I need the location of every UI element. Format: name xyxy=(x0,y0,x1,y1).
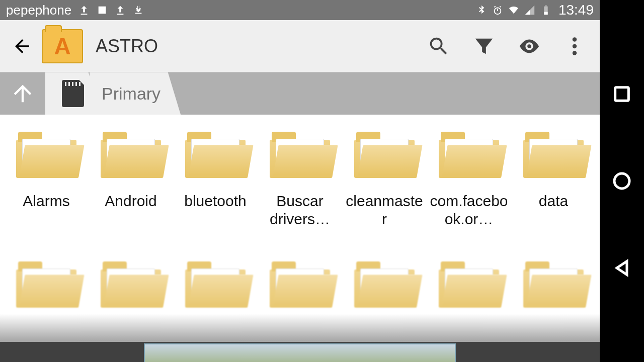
folder-item[interactable] xyxy=(173,253,258,314)
folder-item[interactable] xyxy=(427,253,511,314)
folder-grid-wrap[interactable]: Alarms Android bluetooth Buscar drivers…… xyxy=(0,115,600,342)
nav-back-button[interactable] xyxy=(610,256,634,280)
search-button[interactable] xyxy=(426,33,452,59)
more-button[interactable] xyxy=(561,33,588,59)
svg-rect-3 xyxy=(615,87,629,101)
breadcrumb-label: Primary xyxy=(102,84,160,104)
app-logo: A xyxy=(40,24,85,68)
folder-grid-row-2 xyxy=(0,244,600,314)
upload-icon-2 xyxy=(115,5,126,16)
up-button[interactable] xyxy=(0,72,45,115)
folder-label: cleanmaster xyxy=(344,192,425,228)
clock-label: 13:49 xyxy=(558,2,594,18)
folder-grid-row-1: Alarms Android bluetooth Buscar drivers…… xyxy=(0,115,600,244)
app-title: ASTRO xyxy=(96,36,158,57)
folder-item[interactable]: data xyxy=(511,124,596,244)
folder-item[interactable] xyxy=(89,253,173,314)
folder-label: bluetooth xyxy=(184,192,246,210)
nav-home-button[interactable] xyxy=(610,169,634,193)
back-button[interactable] xyxy=(8,32,36,60)
app-actions xyxy=(426,33,592,59)
svg-point-0 xyxy=(573,37,577,41)
folder-label: com.facebook.or… xyxy=(429,192,509,228)
folder-icon xyxy=(523,128,584,178)
folder-icon xyxy=(439,128,499,178)
upload-icon xyxy=(78,5,90,16)
folder-icon xyxy=(270,128,330,178)
battery-icon xyxy=(540,5,551,16)
system-nav-bar xyxy=(600,0,644,362)
status-left: pepephone xyxy=(6,3,144,18)
app-screen: pepephone 13:49 A ASTRO xyxy=(0,0,600,362)
carrier-label: pepephone xyxy=(6,3,71,18)
folder-label: Alarms xyxy=(23,192,69,210)
alarm-icon xyxy=(492,5,503,16)
folder-icon xyxy=(354,128,415,178)
svg-point-4 xyxy=(614,173,629,189)
bluetooth-icon xyxy=(476,5,487,16)
svg-point-1 xyxy=(573,44,577,48)
breadcrumb-bar: Primary xyxy=(0,72,600,115)
scroll-fade xyxy=(0,314,600,342)
ad-bar xyxy=(0,342,600,362)
breadcrumb-primary[interactable]: Primary xyxy=(90,72,181,115)
folder-item[interactable] xyxy=(511,253,596,314)
filter-button[interactable] xyxy=(471,33,497,59)
status-bar: pepephone 13:49 xyxy=(0,0,600,20)
nav-recent-button[interactable] xyxy=(610,82,634,106)
folder-item[interactable]: Android xyxy=(89,124,173,244)
folder-item[interactable]: Alarms xyxy=(4,124,89,244)
folder-item[interactable] xyxy=(342,253,427,314)
wifi-icon xyxy=(508,5,519,16)
status-right: 13:49 xyxy=(476,2,594,18)
folder-label: Buscar drivers… xyxy=(260,192,340,228)
folder-item[interactable]: bluetooth xyxy=(173,124,258,244)
folder-item[interactable] xyxy=(4,253,89,314)
image-icon xyxy=(97,5,108,16)
folder-icon xyxy=(101,128,161,178)
download-icon xyxy=(133,5,144,16)
folder-item[interactable]: cleanmaster xyxy=(342,124,427,244)
folder-label: data xyxy=(539,192,568,210)
view-button[interactable] xyxy=(516,33,542,59)
signal-icon xyxy=(524,5,535,16)
folder-icon xyxy=(16,128,76,178)
folder-item[interactable]: Buscar drivers… xyxy=(258,124,342,244)
sd-card-icon xyxy=(62,80,84,107)
folder-icon xyxy=(185,128,246,178)
app-bar: A ASTRO xyxy=(0,20,600,72)
svg-point-2 xyxy=(573,51,577,55)
folder-label: Android xyxy=(105,192,156,210)
folder-item[interactable] xyxy=(258,253,342,314)
folder-item[interactable]: com.facebook.or… xyxy=(427,124,511,244)
ad-banner[interactable] xyxy=(144,343,456,362)
